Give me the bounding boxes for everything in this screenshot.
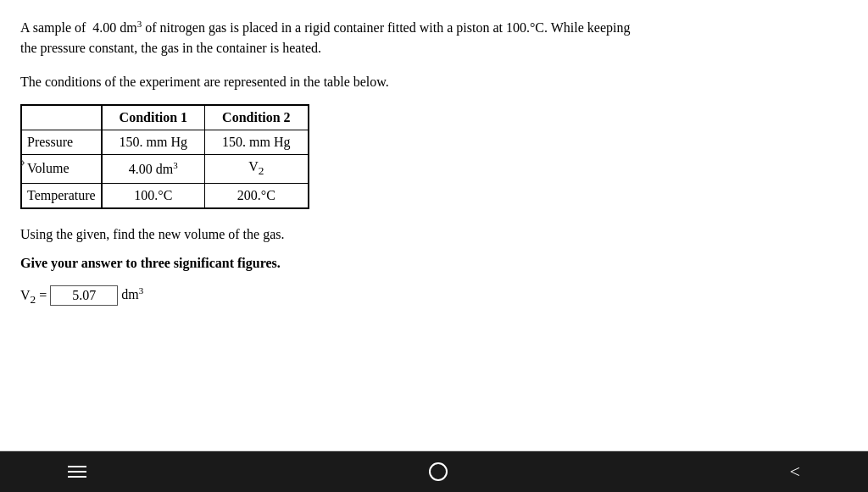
answer-input[interactable] — [50, 285, 118, 306]
navigation-bar: < — [0, 451, 868, 492]
table-row: Pressure 150. mm Hg 150. mm Hg — [21, 130, 309, 155]
table-row: Temperature 100.°C 200.°C — [21, 183, 309, 208]
volume-condition2: V2 — [205, 155, 309, 183]
pressure-condition1: 150. mm Hg — [102, 130, 205, 155]
answer-unit-label: dm3 — [121, 285, 143, 302]
question-text: Using the given, find the new volume of … — [20, 224, 848, 245]
temperature-condition1: 100.°C — [102, 183, 205, 208]
volume-condition1: 4.00 dm3 — [102, 155, 205, 183]
intro-paragraph: A sample of 4.00 dm3 of nitrogen gas is … — [20, 17, 848, 58]
pressure-condition2: 150. mm Hg — [205, 130, 309, 155]
answer-prefix-label: V2 = — [20, 288, 47, 307]
nav-menu-button[interactable] — [68, 466, 86, 478]
nav-home-button[interactable] — [429, 462, 448, 481]
temperature-condition2: 200.°C — [205, 183, 309, 208]
table-header-condition2: Condition 2 — [205, 105, 309, 130]
instruction-text: Give your answer to three significant fi… — [20, 253, 848, 274]
nav-line-2 — [68, 471, 86, 473]
answer-row: V2 = dm3 — [20, 285, 848, 307]
nav-back-button[interactable]: < — [790, 461, 800, 483]
row-label-temperature: Temperature — [21, 183, 102, 208]
row-label-pressure: Pressure — [21, 130, 102, 155]
conditions-table-wrapper: Condition 1 Condition 2 Pressure 150. mm… — [20, 104, 848, 208]
table-header-condition1: Condition 1 — [102, 105, 205, 130]
row-label-volume: Volume — [21, 155, 102, 183]
table-header-empty — [21, 105, 102, 130]
nav-line-3 — [68, 476, 86, 478]
table-row: Volume 4.00 dm3 V2 — [21, 155, 309, 183]
nav-line-1 — [68, 466, 86, 467]
side-arrow-indicator: › — [20, 152, 25, 170]
conditions-table: Condition 1 Condition 2 Pressure 150. mm… — [20, 104, 309, 208]
conditions-intro-text: The conditions of the experiment are rep… — [20, 72, 848, 92]
